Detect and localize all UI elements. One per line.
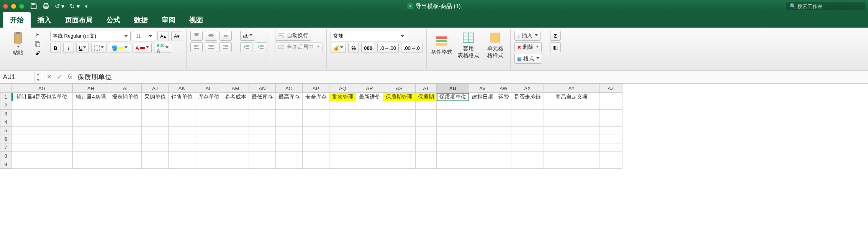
maximize-window-button[interactable] [19, 4, 24, 9]
column-header-AR[interactable]: AR [356, 84, 383, 93]
decrease-indent-button[interactable] [240, 42, 252, 52]
cell-AV1[interactable]: 建档日期 [469, 93, 496, 101]
cell-AP4[interactable] [303, 118, 329, 127]
cell-AL8[interactable] [195, 152, 222, 160]
worksheet[interactable]: AGAHAIAJAKALAMANAOAPAQARASATAUAVAWAXAYAZ… [0, 84, 868, 169]
cell-AV5[interactable] [469, 127, 496, 135]
cell-AM2[interactable] [222, 101, 249, 110]
cell-AG7[interactable] [11, 143, 73, 152]
cell-AZ4[interactable] [599, 118, 622, 127]
qat-customize-button[interactable]: ▾ [85, 3, 88, 9]
cell-AZ2[interactable] [599, 101, 622, 110]
cell-AQ2[interactable] [329, 101, 356, 110]
cell-AW8[interactable] [496, 152, 511, 160]
name-box-stepper[interactable]: ▲ ▼ [34, 71, 42, 83]
cell-AL9[interactable] [195, 160, 222, 169]
cell-AU8[interactable] [437, 152, 469, 160]
cell-AI5[interactable] [109, 127, 142, 135]
cell-AV3[interactable] [469, 110, 496, 118]
decrease-decimal-button[interactable]: .00→.0 [401, 43, 423, 53]
cell-AW6[interactable] [496, 135, 511, 143]
cell-AY7[interactable] [544, 143, 599, 152]
align-bottom-button[interactable] [219, 31, 232, 41]
cut-button[interactable]: ✂︎ [33, 31, 42, 38]
cell-AH7[interactable] [73, 143, 109, 152]
column-header-AK[interactable]: AK [169, 84, 195, 93]
column-header-AW[interactable]: AW [496, 84, 511, 93]
cell-AG3[interactable] [11, 110, 73, 118]
cell-AR2[interactable] [356, 101, 383, 110]
cell-AR9[interactable] [356, 160, 383, 169]
cell-AN3[interactable] [249, 110, 276, 118]
column-header-AG[interactable]: AG [11, 84, 73, 93]
cell-AW2[interactable] [496, 101, 511, 110]
row-header-8[interactable]: 8 [0, 152, 11, 160]
cell-AP8[interactable] [303, 152, 329, 160]
search-box[interactable]: 🔍 [786, 2, 865, 10]
cell-AI2[interactable] [109, 101, 142, 110]
increase-indent-button[interactable] [255, 42, 267, 52]
cell-AH5[interactable] [73, 127, 109, 135]
cell-AX8[interactable] [511, 152, 544, 160]
search-input[interactable] [798, 3, 862, 9]
cell-AV6[interactable] [469, 135, 496, 143]
cell-AT5[interactable] [416, 127, 437, 135]
cell-AR5[interactable] [356, 127, 383, 135]
row-header-7[interactable]: 7 [0, 143, 11, 152]
row-header-4[interactable]: 4 [0, 118, 11, 127]
cell-AM5[interactable] [222, 127, 249, 135]
cell-AT9[interactable] [416, 160, 437, 169]
cell-AS6[interactable] [383, 135, 416, 143]
cell-AW4[interactable] [496, 118, 511, 127]
cell-AJ7[interactable] [142, 143, 169, 152]
cell-AH8[interactable] [73, 152, 109, 160]
autosum-button[interactable]: Σ [550, 31, 561, 41]
italic-button[interactable]: I [63, 43, 74, 53]
cell-AG5[interactable] [11, 127, 73, 135]
cell-AX3[interactable] [511, 110, 544, 118]
cell-AP7[interactable] [303, 143, 329, 152]
cell-AH1[interactable]: 辅计量4条码 [73, 93, 109, 101]
cell-AT4[interactable] [416, 118, 437, 127]
cell-AI3[interactable] [109, 110, 142, 118]
row-header-6[interactable]: 6 [0, 135, 11, 143]
cell-AG2[interactable] [11, 101, 73, 110]
fill-color-button[interactable]: 🪣 [109, 43, 130, 53]
cell-AU9[interactable] [437, 160, 469, 169]
cell-AK1[interactable]: 销售单位 [169, 93, 195, 101]
cell-AN1[interactable]: 最低库存 [249, 93, 276, 101]
cell-AJ3[interactable] [142, 110, 169, 118]
cell-AV7[interactable] [469, 143, 496, 152]
cell-AQ8[interactable] [329, 152, 356, 160]
conditional-format-button[interactable]: 条件格式 [431, 34, 453, 56]
format-as-table-button[interactable]: 套用 表格格式 [457, 31, 480, 59]
cell-AK7[interactable] [169, 143, 195, 152]
cell-AN7[interactable] [249, 143, 276, 152]
column-header-AZ[interactable]: AZ [599, 84, 622, 93]
cell-AP9[interactable] [303, 160, 329, 169]
cell-AI4[interactable] [109, 118, 142, 127]
cell-AM9[interactable] [222, 160, 249, 169]
cell-AN8[interactable] [249, 152, 276, 160]
cell-AW9[interactable] [496, 160, 511, 169]
chevron-down-icon[interactable]: ▼ [34, 77, 42, 84]
align-top-button[interactable] [190, 31, 203, 41]
column-header-AM[interactable]: AM [222, 84, 249, 93]
font-size-combo[interactable]: 11 [133, 31, 155, 41]
cell-AQ3[interactable] [329, 110, 356, 118]
copy-button[interactable] [33, 40, 42, 48]
chevron-up-icon[interactable]: ▲ [34, 71, 42, 77]
cell-AM6[interactable] [222, 135, 249, 143]
cell-AX9[interactable] [511, 160, 544, 169]
cell-AV2[interactable] [469, 101, 496, 110]
cell-AQ6[interactable] [329, 135, 356, 143]
undo-button[interactable]: ↺ ▾ [55, 3, 64, 10]
cell-AO9[interactable] [276, 160, 303, 169]
cell-AR7[interactable] [356, 143, 383, 152]
cell-AX5[interactable] [511, 127, 544, 135]
increase-font-button[interactable]: A▴ [157, 31, 169, 41]
redo-button[interactable]: ↻ ▾ [70, 3, 79, 10]
cell-AM3[interactable] [222, 110, 249, 118]
cell-AL7[interactable] [195, 143, 222, 152]
insert-cells-button[interactable]: ⎀插入 [514, 31, 540, 41]
